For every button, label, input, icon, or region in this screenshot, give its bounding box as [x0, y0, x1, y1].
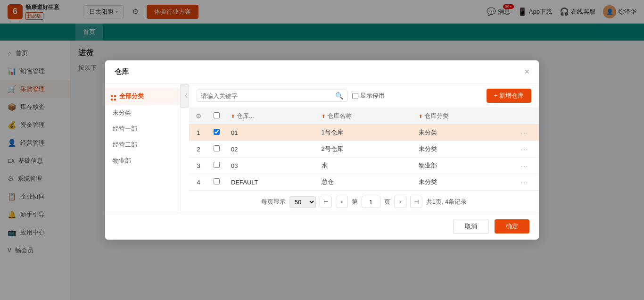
row-name: 水: [316, 158, 413, 174]
warehouse-table: ⚙ ⬆ 仓库...: [189, 108, 539, 191]
row-num: 4: [189, 174, 208, 191]
row-num: 1: [189, 125, 208, 141]
col-name: ⬆ 仓库名称: [316, 108, 413, 125]
row-name: 2号仓库: [316, 141, 413, 158]
row-more-icon[interactable]: ···: [521, 179, 529, 186]
row-category: 物业部: [413, 158, 511, 174]
row-actions: ···: [511, 158, 539, 174]
modal-sidebar-all-category[interactable]: 全部分类: [105, 88, 180, 105]
modal-sidebar-collapse-button[interactable]: 《: [181, 84, 189, 108]
table-row[interactable]: 1 01 1号仓库 未分类 ···: [189, 125, 539, 141]
show-disabled-label: 显示停用: [360, 92, 385, 100]
row-more-icon[interactable]: ···: [521, 162, 529, 169]
category-label: 未分类: [113, 109, 131, 116]
last-page-button[interactable]: ⊣: [410, 196, 422, 208]
row-code: 02: [225, 141, 316, 158]
gear-icon[interactable]: ⚙: [196, 112, 202, 120]
modal-sidebar-item-property[interactable]: 物业部: [105, 153, 180, 169]
row-name: 1号仓库: [316, 125, 413, 141]
row-actions: ···: [511, 125, 539, 141]
prev-page-button[interactable]: ‹: [336, 196, 348, 208]
confirm-button[interactable]: 确定: [495, 219, 529, 233]
col-category: ⬆ 仓库分类: [413, 108, 511, 125]
col-category-label: 仓库分类: [424, 112, 449, 120]
page-label: 第: [352, 198, 358, 206]
row-code: 03: [225, 158, 316, 174]
category-label: 经营二部: [113, 141, 137, 148]
category-label: 物业部: [113, 157, 131, 164]
modal-sidebar: 全部分类 未分类 经营一部 经营二部 物业部: [105, 84, 181, 213]
modal-close-button[interactable]: ×: [524, 67, 529, 77]
row-code: DEFAULT: [225, 174, 316, 191]
add-warehouse-button[interactable]: + 新增仓库: [487, 89, 531, 103]
col-checkbox: [208, 108, 225, 125]
modal-main: 🔍 显示停用 + 新增仓库 ⚙: [189, 84, 539, 213]
next-page-button[interactable]: ›: [394, 196, 406, 208]
row-category: 未分类: [413, 125, 511, 141]
select-all-checkbox[interactable]: [214, 112, 220, 118]
total-records-label: 共1页, 4条记录: [426, 198, 467, 206]
sort-icon: ⬆: [231, 114, 235, 119]
modal-toolbar: 🔍 显示停用 + 新增仓库: [189, 84, 539, 108]
cancel-button[interactable]: 取消: [453, 219, 489, 234]
modal-sidebar-item-dept2[interactable]: 经营二部: [105, 137, 180, 153]
per-page-select[interactable]: 50 100: [289, 196, 316, 208]
row-actions: ···: [511, 141, 539, 158]
row-category: 未分类: [413, 141, 511, 158]
row-category: 未分类: [413, 174, 511, 191]
row-num: 2: [189, 141, 208, 158]
page-suffix-label: 页: [384, 198, 390, 206]
row-more-icon[interactable]: ···: [521, 146, 529, 153]
per-page-label: 每页显示: [261, 198, 286, 206]
col-actions: [511, 108, 539, 125]
category-label: 经营一部: [113, 125, 137, 132]
modal-sidebar-item-unclassified[interactable]: 未分类: [105, 105, 180, 121]
col-code: ⬆ 仓库...: [225, 108, 316, 125]
sort-icon: ⬆: [322, 114, 325, 119]
grid-icon: [111, 92, 116, 101]
search-box: 🔍: [197, 90, 347, 102]
search-input[interactable]: [201, 92, 332, 100]
modal-footer: 取消 确定: [105, 213, 539, 240]
sort-icon: ⬆: [419, 114, 422, 119]
row-more-icon[interactable]: ···: [521, 129, 529, 136]
table-row[interactable]: 3 03 水 物业部 ···: [189, 158, 539, 174]
row-actions: ···: [511, 174, 539, 191]
warehouse-modal: 仓库 × 全部分类 未分类 经营一部 经营二部: [105, 60, 539, 240]
col-code-label: 仓库...: [237, 112, 254, 120]
search-icon[interactable]: 🔍: [335, 92, 343, 100]
row-code: 01: [225, 125, 316, 141]
col-gear: ⚙: [189, 108, 208, 125]
row-name: 总仓: [316, 174, 413, 191]
col-name-label: 仓库名称: [327, 112, 352, 120]
show-disabled-checkbox[interactable]: [352, 93, 358, 99]
show-disabled-toggle[interactable]: 显示停用: [352, 92, 385, 100]
table-row[interactable]: 2 02 2号仓库 未分类 ···: [189, 141, 539, 158]
table-row[interactable]: 4 DEFAULT 总仓 未分类 ···: [189, 174, 539, 191]
row-checkbox[interactable]: [208, 141, 225, 158]
modal-header: 仓库 ×: [105, 60, 539, 84]
row-checkbox[interactable]: [208, 158, 225, 174]
row-checkbox[interactable]: [208, 174, 225, 191]
row-checkbox[interactable]: [208, 125, 225, 141]
first-page-button[interactable]: ⊢: [320, 196, 332, 208]
collapse-icon: 《: [182, 92, 188, 100]
page-number-input[interactable]: [362, 196, 380, 208]
modal-title: 仓库: [115, 67, 129, 76]
pagination: 每页显示 50 100 ⊢ ‹ 第 页 › ⊣ 共1页, 4条记录: [189, 191, 539, 213]
all-category-label: 全部分类: [119, 92, 144, 100]
modal-sidebar-item-dept1[interactable]: 经营一部: [105, 121, 180, 137]
row-num: 3: [189, 158, 208, 174]
modal-body: 全部分类 未分类 经营一部 经营二部 物业部 《: [105, 84, 539, 213]
